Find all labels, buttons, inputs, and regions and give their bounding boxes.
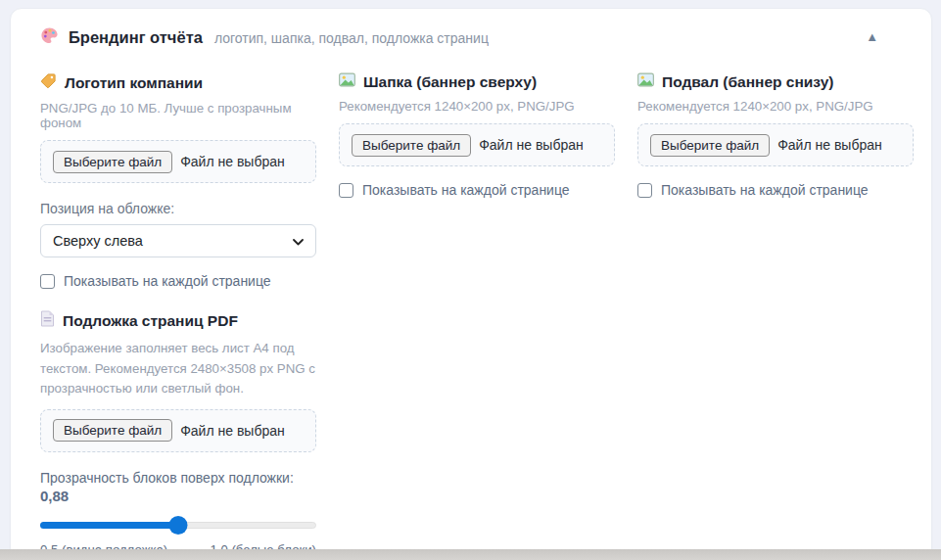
header-banner-choose-file-button[interactable]: Выберите файл [352, 134, 471, 157]
card-header: Брендинг отчёта логотип, шапка, подвал, … [40, 26, 902, 49]
branding-card: Брендинг отчёта логотип, шапка, подвал, … [10, 8, 932, 560]
logo-file-dropzone[interactable]: Выберите файл Файл не выбран [40, 140, 316, 183]
logo-every-page-checkbox[interactable] [40, 274, 55, 289]
footer-banner-column: Подвал (баннер снизу) Рекомендуется 1240… [637, 72, 914, 198]
header-banner-column: Шапка (баннер сверху) Рекомендуется 1240… [339, 72, 615, 198]
header-banner-section-title: Шапка (баннер сверху) [339, 72, 615, 91]
header-banner-file-dropzone[interactable]: Выберите файл Файл не выбран [339, 123, 615, 166]
collapse-section-button[interactable]: ▲ [866, 30, 878, 43]
footer-banner-every-page-row: Показывать на каждой странице [637, 182, 914, 198]
watermark-section-title: Подложка страниц PDF [40, 310, 316, 331]
header-banner-hint: Рекомендуется 1240×200 px, PNG/JPG [339, 99, 615, 114]
slider-fill [40, 522, 178, 529]
footer-banner-title-text: Подвал (баннер снизу) [662, 73, 833, 91]
footer-banner-file-dropzone[interactable]: Выберите файл Файл не выбран [637, 123, 914, 166]
header-banner-every-page-checkbox[interactable] [339, 183, 353, 198]
logo-position-value: Сверху слева [53, 233, 143, 249]
footer-banner-file-status: Файл не выбран [777, 137, 882, 153]
header-banner-every-page-row: Показывать на каждой странице [339, 182, 615, 198]
logo-column: Логотип компании PNG/JPG до 10 МБ. Лучше… [40, 72, 316, 560]
watermark-description: Изображение заполняет весь лист A4 под т… [40, 339, 316, 399]
logo-position-label: Позиция на обложке: [40, 201, 316, 216]
header-banner-every-page-label: Показывать на каждой странице [362, 182, 570, 198]
logo-file-status: Файл не выбран [180, 154, 285, 169]
page-icon [40, 310, 55, 331]
watermark-file-status: Файл не выбран [180, 423, 285, 439]
logo-position-select[interactable]: Сверху слева [40, 224, 316, 257]
page-title: Брендинг отчёта [69, 28, 203, 47]
opacity-value: 0,88 [40, 488, 316, 504]
opacity-label: Прозрачность блоков поверх подложки: [40, 470, 316, 486]
watermark-file-dropzone[interactable]: Выберите файл Файл не выбран [40, 409, 316, 452]
logo-title-text: Логотип компании [65, 74, 203, 92]
opacity-slider[interactable] [40, 516, 316, 535]
footer-banner-hint: Рекомендуется 1240×200 px, PNG/JPG [637, 99, 914, 114]
logo-choose-file-button[interactable]: Выберите файл [53, 151, 172, 173]
watermark-choose-file-button[interactable]: Выберите файл [53, 419, 172, 442]
footer-banner-section-title: Подвал (баннер снизу) [637, 72, 914, 91]
logo-hint: PNG/JPG до 10 МБ. Лучше с прозрачным фон… [40, 101, 316, 130]
palette-icon [40, 26, 59, 49]
watermark-title-text: Подложка страниц PDF [63, 312, 238, 330]
tag-icon [40, 72, 57, 93]
picture-icon [637, 72, 654, 91]
viewport-bottom-strip [0, 549, 941, 560]
chevron-down-icon [293, 233, 304, 249]
picture-icon [339, 72, 355, 91]
footer-banner-every-page-checkbox[interactable] [637, 183, 652, 198]
footer-banner-every-page-label: Показывать на каждой странице [661, 182, 869, 198]
logo-section-title: Логотип компании [40, 72, 316, 93]
slider-thumb[interactable] [169, 516, 188, 535]
footer-banner-choose-file-button[interactable]: Выберите файл [650, 134, 770, 157]
header-banner-title-text: Шапка (баннер сверху) [363, 73, 537, 91]
header-banner-file-status: Файл не выбран [479, 137, 584, 153]
branding-grid: Логотип компании PNG/JPG до 10 МБ. Лучше… [40, 72, 902, 560]
logo-every-page-row: Показывать на каждой странице [40, 273, 316, 289]
logo-every-page-label: Показывать на каждой странице [64, 273, 271, 289]
page-subtitle: логотип, шапка, подвал, подложка страниц [214, 30, 489, 46]
